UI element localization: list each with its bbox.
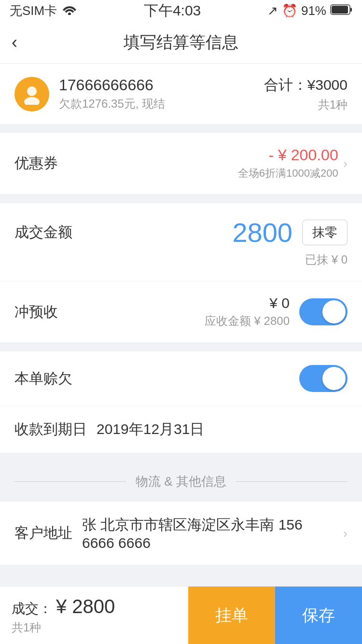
svg-rect-3 (332, 6, 348, 14)
prepay-values: ¥ 0 应收金额 ¥ 2800 (205, 295, 290, 329)
customer-info: 17666666666 欠款1276.35元, 现结 (59, 76, 165, 112)
round-button[interactable]: 抹零 (302, 220, 348, 245)
bottom-deal-label: 成交： (12, 600, 52, 618)
deal-row: 成交金额 2800 抹零 (14, 217, 348, 248)
address-value: 张 北京市市辖区海淀区永丰南 156 6666 6666 (82, 515, 338, 551)
wifi-icon (62, 3, 77, 18)
svg-point-0 (68, 13, 71, 15)
back-button[interactable]: ‹ (12, 32, 17, 53)
date-section: 收款到期日 2019年12月31日 (0, 406, 362, 453)
prepay-amount: ¥ 0 (205, 295, 290, 311)
customer-left: 17666666666 欠款1276.35元, 现结 (14, 76, 165, 112)
customer-right: 合计：¥3000 共1种 (264, 75, 348, 112)
page-title: 填写结算等信息 (124, 31, 238, 54)
battery-icon (330, 3, 352, 18)
divider-2 (0, 195, 362, 203)
bottom-count: 共1种 (12, 620, 177, 635)
bottom-info: 成交： ¥ 2800 共1种 (0, 596, 188, 635)
address-section[interactable]: 客户地址 张 北京市市辖区海淀区永丰南 156 6666 6666 › (0, 502, 362, 565)
divider-4 (0, 453, 362, 462)
deal-value-wrap: 2800 抹零 (232, 217, 348, 248)
date-label: 收款到期日 (14, 420, 87, 439)
prepay-toggle[interactable] (299, 298, 348, 325)
logistics-text: 物流 & 其他信息 (126, 473, 236, 490)
status-left: 无SIM卡 (10, 2, 77, 19)
prepay-row: 冲预收 ¥ 0 应收金额 ¥ 2800 (14, 295, 348, 329)
deal-amount-value: 2800 (232, 217, 292, 248)
prepay-label: 冲预收 (14, 302, 58, 322)
nav-bar: ‹ 填写结算等信息 (0, 21, 362, 64)
prepay-sub: 应收金额 ¥ 2800 (205, 313, 290, 329)
toggle-knob (322, 300, 346, 323)
customer-count: 共1种 (264, 97, 348, 112)
credit-toggle[interactable] (299, 365, 348, 392)
logistics-line-right (236, 481, 348, 482)
battery-level: 91% (301, 3, 326, 18)
main-content: 17666666666 欠款1276.35元, 现结 合计：¥3000 共1种 … (0, 64, 362, 644)
alarm-icon: ⏰ (282, 3, 297, 18)
bottom-deal-wrap: 成交： ¥ 2800 (12, 596, 177, 618)
divider-1 (0, 124, 362, 133)
coupon-amount: - ¥ 200.00 (269, 146, 338, 164)
bottom-bar: 成交： ¥ 2800 共1种 挂单 保存 (0, 586, 362, 644)
hang-button[interactable]: 挂单 (188, 587, 275, 644)
coupon-right: - ¥ 200.00 全场6折满1000减200 (238, 146, 338, 181)
svg-point-5 (24, 97, 40, 105)
status-right: ↗ ⏰ 91% (267, 3, 352, 18)
status-bar: 无SIM卡 下午4:03 ↗ ⏰ 91% (0, 0, 362, 21)
prepay-section: 冲预收 ¥ 0 应收金额 ¥ 2800 (0, 281, 362, 343)
prepay-right: ¥ 0 应收金额 ¥ 2800 (205, 295, 348, 329)
customer-phone: 17666666666 (59, 76, 165, 94)
credit-section: 本单赊欠 (0, 351, 362, 406)
svg-rect-2 (350, 8, 352, 12)
deal-amount-section: 成交金额 2800 抹零 已抹 ¥ 0 (0, 203, 362, 281)
avatar (14, 77, 49, 112)
date-row: 收款到期日 2019年12月31日 (14, 420, 348, 439)
customer-total: 合计：¥3000 (264, 75, 348, 95)
credit-toggle-knob (322, 367, 346, 390)
logistics-header: 物流 & 其他信息 (0, 462, 362, 502)
address-arrow-icon: › (343, 526, 348, 541)
coupon-label: 优惠券 (14, 154, 58, 173)
customer-sub: 欠款1276.35元, 现结 (59, 96, 165, 112)
deal-label: 成交金额 (14, 223, 72, 242)
date-value: 2019年12月31日 (97, 420, 204, 439)
logistics-line-left (14, 481, 126, 482)
credit-label: 本单赊欠 (14, 369, 72, 389)
status-time: 下午4:03 (144, 1, 201, 21)
divider-3 (0, 343, 362, 351)
deal-sub: 已抹 ¥ 0 (14, 252, 348, 267)
location-icon: ↗ (267, 3, 278, 18)
customer-card: 17666666666 欠款1276.35元, 现结 合计：¥3000 共1种 (0, 64, 362, 124)
coupon-arrow-icon: › (343, 156, 348, 171)
sim-icon: 无SIM卡 (10, 2, 57, 19)
coupon-desc: 全场6折满1000减200 (238, 166, 338, 181)
coupon-row[interactable]: 优惠券 - ¥ 200.00 全场6折满1000减200 › (0, 133, 362, 195)
save-button[interactable]: 保存 (275, 587, 362, 644)
svg-point-4 (27, 86, 37, 96)
address-label: 客户地址 (14, 523, 72, 543)
bottom-deal-amount: ¥ 2800 (56, 596, 115, 617)
